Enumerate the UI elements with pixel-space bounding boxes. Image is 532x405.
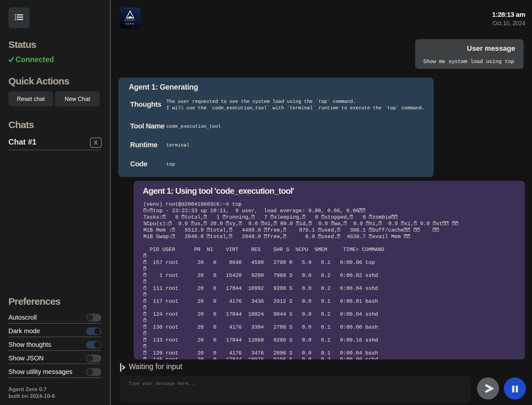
svg-text:AGENT: AGENT — [125, 19, 136, 21]
svg-text:ZERO: ZERO — [126, 23, 135, 25]
